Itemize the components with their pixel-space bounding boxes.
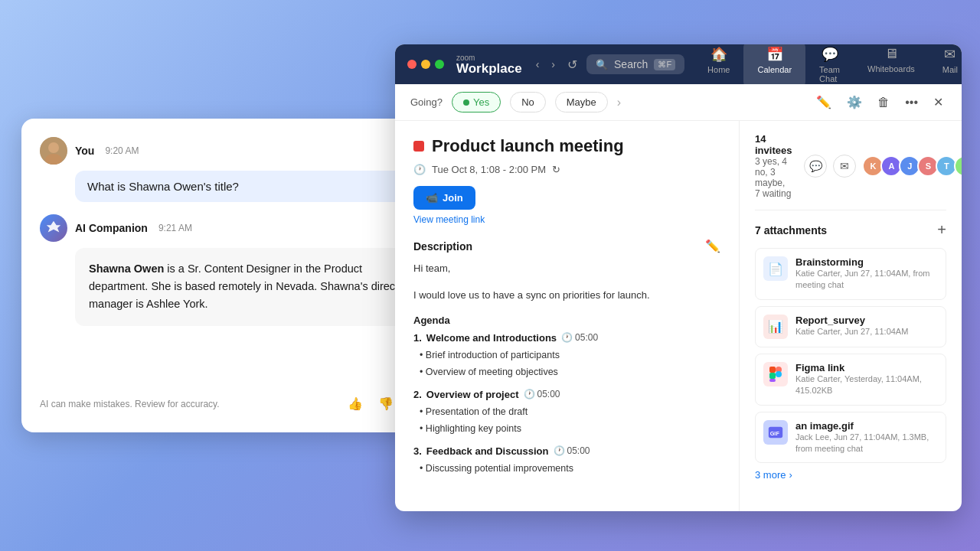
report-survey-name: Report_survey xyxy=(795,315,938,326)
nav-arrows: ‹ › xyxy=(533,57,558,72)
invitees-section: 14 invitees 3 yes, 4 no, 3 maybe, 7 wait… xyxy=(755,133,946,210)
ai-message-header: AI Companion 9:21 AM xyxy=(40,214,420,242)
more-attachments-label: 3 more xyxy=(755,469,786,481)
more-chevron-icon: › xyxy=(789,469,792,481)
app-logo: zoom Workplace xyxy=(456,54,522,75)
back-arrow[interactable]: ‹ xyxy=(533,57,543,72)
attachments-title: 7 attachments xyxy=(755,224,827,236)
zoom-text-label: zoom xyxy=(456,54,522,62)
user-message-time: 9:20 AM xyxy=(105,145,139,156)
email-invitees-button[interactable]: ✉ xyxy=(833,155,856,178)
rsvp-chevron-icon[interactable]: › xyxy=(617,96,621,109)
event-right-panel: 14 invitees 3 yes, 4 no, 3 maybe, 7 wait… xyxy=(740,121,962,511)
clock-icon-agenda-2: 🕐 xyxy=(524,389,535,399)
close-button[interactable]: ✕ xyxy=(930,92,946,112)
user-message-header: You 9:20 AM xyxy=(40,137,420,165)
add-attachment-button[interactable]: + xyxy=(937,221,946,239)
agenda-item-2-subitems: • Presentation of the draft • Highlighti… xyxy=(413,403,720,438)
attachment-figma-link[interactable]: Figma link Katie Carter, Yesterday, 11:0… xyxy=(755,354,946,406)
invitees-stats: 3 yes, 4 no, 3 maybe, 7 waiting xyxy=(755,156,792,199)
description-section-header: Description ✏️ xyxy=(413,239,720,253)
event-detail: Going? Yes No Maybe › ✏️ ⚙️ 🗑 ••• ✕ xyxy=(395,84,962,511)
agenda-item-3-subitems: • Discussing potential improvements xyxy=(413,460,720,478)
ai-message-time: 9:21 AM xyxy=(158,223,192,233)
agenda-title: Agenda xyxy=(413,315,720,326)
description-edit-icon[interactable]: ✏️ xyxy=(705,239,720,253)
tab-home[interactable]: 🏠 Home xyxy=(694,44,743,88)
svg-point-1 xyxy=(48,142,59,153)
invitees-label: 14 invitees xyxy=(755,133,792,156)
user-sender-name: You xyxy=(75,145,94,157)
report-survey-meta: Katie Carter, Jun 27, 11:04AM xyxy=(795,326,938,337)
event-title-row: Product launch meeting xyxy=(413,136,720,156)
forward-arrow[interactable]: › xyxy=(548,57,558,72)
message-invitees-button[interactable]: 💬 xyxy=(804,155,827,178)
tab-calendar-label: Calendar xyxy=(757,65,792,74)
close-traffic-light[interactable] xyxy=(407,60,416,69)
fullscreen-traffic-light[interactable] xyxy=(435,60,444,69)
invitees-avatars: K A J S T M +9 › xyxy=(862,155,962,177)
search-label: Search xyxy=(614,58,648,70)
edit-icon-button[interactable]: ✏️ xyxy=(813,92,835,112)
figma-link-name: Figma link xyxy=(795,362,938,373)
workplace-text-label: Workplace xyxy=(456,62,522,75)
rsvp-maybe-button[interactable]: Maybe xyxy=(555,92,608,112)
agenda-item-1-duration: 🕐 05:00 xyxy=(561,332,598,343)
agenda-item-1-subitems: • Brief introduction of participants • O… xyxy=(413,347,720,381)
attachment-gif[interactable]: GIF an image.gif Jack Lee, Jun 27, 11:04… xyxy=(755,412,946,464)
join-label: Join xyxy=(443,192,463,204)
team-chat-icon: 💬 xyxy=(822,46,838,63)
rsvp-yes-label: Yes xyxy=(473,96,489,108)
tab-calendar[interactable]: 📅 Calendar xyxy=(743,44,805,88)
brainstorming-meta: Katie Carter, Jun 27, 11:04AM, from meet… xyxy=(795,268,938,292)
agenda-item-2-header: 2. Overview of project 🕐 05:00 xyxy=(413,389,720,400)
svg-rect-7 xyxy=(769,379,776,382)
traffic-lights xyxy=(407,60,444,69)
rsvp-no-button[interactable]: No xyxy=(510,92,546,112)
rsvp-no-label: No xyxy=(521,96,534,108)
attachment-brainstorming[interactable]: 📄 Brainstorming Katie Carter, Jun 27, 11… xyxy=(755,248,946,300)
view-meeting-link[interactable]: View meeting link xyxy=(413,214,720,225)
tab-whiteboards-label: Whiteboards xyxy=(867,64,915,73)
agenda-item-1-title: Welcome and Introductions xyxy=(426,332,557,344)
tab-mail[interactable]: ✉ Mail xyxy=(929,44,962,88)
svg-rect-6 xyxy=(769,373,776,379)
tab-team-chat[interactable]: 💬 Team Chat xyxy=(805,44,854,88)
tab-whiteboards[interactable]: 🖥 Whiteboards xyxy=(854,44,929,88)
sync-icon: ↻ xyxy=(552,164,560,175)
svg-rect-3 xyxy=(769,367,776,373)
event-datetime: Tue Oct 8, 1:08 - 2:00 PM xyxy=(432,164,546,175)
brainstorming-name: Brainstorming xyxy=(795,256,938,268)
home-icon: 🏠 xyxy=(710,46,727,63)
figma-icon xyxy=(763,362,788,386)
clock-icon-agenda-3: 🕐 xyxy=(554,445,565,456)
minimize-traffic-light[interactable] xyxy=(421,60,430,69)
thumbs-up-button[interactable]: 👍 xyxy=(345,393,366,414)
agenda-item-3-duration: 🕐 05:00 xyxy=(554,445,590,456)
description-greeting: Hi team, xyxy=(413,261,720,277)
agenda-item-2-title: Overview of project xyxy=(426,389,519,400)
description-section-title: Description xyxy=(413,240,472,253)
agenda-item-3-header: 3. Feedback and Discussion 🕐 05:00 xyxy=(413,445,720,457)
ai-message-bubble: Shawna Owen is a Sr. Content Designer in… xyxy=(75,248,420,326)
nav-tabs: 🏠 Home 📅 Calendar 💬 Team Chat 🖥 Whiteboa… xyxy=(694,44,962,88)
agenda-item-1: 1. Welcome and Introductions 🕐 05:00 • B… xyxy=(413,332,720,381)
attachment-report-survey[interactable]: 📊 Report_survey Katie Carter, Jun 27, 11… xyxy=(755,306,946,347)
mail-icon: ✉ xyxy=(944,46,956,63)
more-options-button[interactable]: ••• xyxy=(902,93,921,112)
title-bar: zoom Workplace ‹ › ↺ 🔍 Search ⌘F 🏠 Home … xyxy=(395,44,962,84)
thumbs-down-button[interactable]: 👎 xyxy=(375,393,397,414)
history-button[interactable]: ↺ xyxy=(567,57,577,72)
user-avatar xyxy=(40,137,67,165)
camera-icon: 📹 xyxy=(426,192,438,204)
delete-icon-button[interactable]: 🗑 xyxy=(874,93,893,112)
event-title: Product launch meeting xyxy=(432,136,624,156)
settings-icon-button[interactable]: ⚙️ xyxy=(844,92,865,112)
agenda-item-3: 3. Feedback and Discussion 🕐 05:00 • Dis… xyxy=(413,445,720,478)
search-bar[interactable]: 🔍 Search ⌘F xyxy=(586,54,684,74)
user-message-row: You 9:20 AM What is Shawna Owen's title? xyxy=(40,137,420,202)
rsvp-yes-button[interactable]: Yes xyxy=(452,92,501,112)
tab-team-chat-label: Team Chat xyxy=(819,65,840,83)
join-button[interactable]: 📹 Join xyxy=(413,186,475,210)
more-attachments-link[interactable]: 3 more › xyxy=(755,469,946,481)
